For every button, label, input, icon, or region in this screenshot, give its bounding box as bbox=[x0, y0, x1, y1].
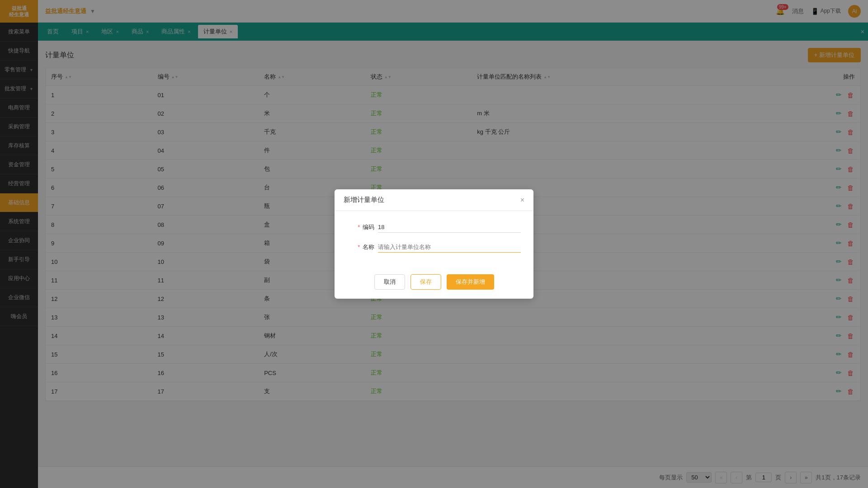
modal-body: * 编码 * 名称 bbox=[335, 211, 533, 269]
save-and-new-button[interactable]: 保存并新增 bbox=[447, 274, 494, 290]
modal-close-btn[interactable]: × bbox=[520, 196, 524, 204]
code-label: * 编码 bbox=[347, 223, 374, 231]
form-row-code: * 编码 bbox=[347, 222, 521, 233]
modal-footer: 取消 保存 保存并新增 bbox=[335, 269, 533, 299]
cancel-button[interactable]: 取消 bbox=[374, 274, 405, 290]
save-button[interactable]: 保存 bbox=[410, 274, 441, 290]
modal-overlay: 新增计量单位 × * 编码 * 名称 取消 保存 保存并新增 bbox=[0, 0, 868, 488]
modal-title: 新增计量单位 bbox=[344, 196, 384, 204]
code-input[interactable] bbox=[378, 222, 521, 233]
add-unit-modal: 新增计量单位 × * 编码 * 名称 取消 保存 保存并新增 bbox=[335, 189, 533, 299]
name-label: * 名称 bbox=[347, 243, 374, 251]
form-row-name: * 名称 bbox=[347, 242, 521, 253]
required-star-name: * bbox=[358, 244, 360, 250]
name-input[interactable] bbox=[378, 242, 521, 253]
modal-header: 新增计量单位 × bbox=[335, 189, 533, 211]
required-star-code: * bbox=[358, 224, 360, 230]
